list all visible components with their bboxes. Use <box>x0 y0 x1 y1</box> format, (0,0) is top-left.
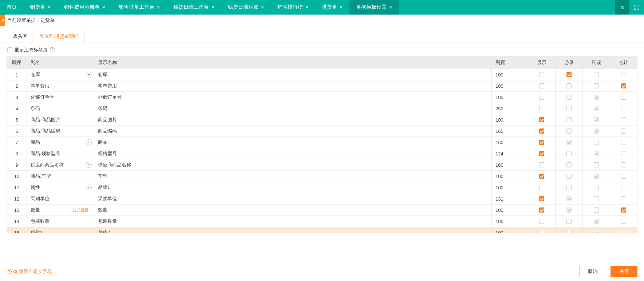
cell-display[interactable]: 外部订单号 <box>94 92 492 103</box>
table-row[interactable]: 9供应商商品名称+供应商商品名称160 <box>7 159 637 171</box>
cell-width[interactable]: 131 <box>492 193 528 204</box>
top-tab-6[interactable]: 销售排行榜✕ <box>271 0 315 15</box>
checkbox[interactable] <box>621 162 626 167</box>
top-tab-7[interactable]: 进货单✕ <box>315 0 349 15</box>
cell-width[interactable]: 100 <box>492 171 528 182</box>
cell-width[interactable]: 124 <box>492 148 528 159</box>
cell-display[interactable]: 品牌1 <box>94 182 492 193</box>
close-icon[interactable]: ✕ <box>102 5 106 10</box>
checkbox[interactable] <box>566 185 572 190</box>
checkbox[interactable] <box>594 72 599 77</box>
checkbox[interactable] <box>566 83 572 88</box>
cell-display[interactable]: 车型 <box>94 171 492 182</box>
close-icon[interactable]: ✕ <box>157 5 160 10</box>
plus-icon[interactable]: + <box>86 139 92 145</box>
checkbox[interactable] <box>539 83 544 88</box>
table-row[interactable]: 3外部订单号外部订单号100 <box>7 92 637 103</box>
checkbox[interactable] <box>594 162 599 167</box>
top-tab-8[interactable]: 单据模板设置✕ <box>349 0 399 15</box>
sub-tab-0[interactable]: 表头区 <box>7 30 33 43</box>
checkbox[interactable] <box>539 207 544 213</box>
checkbox[interactable] <box>621 106 626 111</box>
checkbox[interactable] <box>539 162 544 167</box>
checkbox[interactable] <box>539 95 544 100</box>
checkbox[interactable] <box>621 151 626 156</box>
table-row[interactable]: 8商品.规格型号规格型号124 <box>7 148 637 159</box>
close-icon[interactable]: ✕ <box>211 5 215 10</box>
top-tab-4[interactable]: 钱货日清工作台✕ <box>167 0 221 15</box>
cell-display[interactable]: 单位2 <box>94 227 492 233</box>
cell-display[interactable]: 本单费用 <box>94 80 492 91</box>
checkbox[interactable] <box>621 128 626 134</box>
checkbox[interactable] <box>594 83 599 88</box>
cell-width[interactable]: 100 <box>492 114 528 125</box>
table-row[interactable]: 6商品.商品编码商品编码165 <box>7 126 637 137</box>
cell-display[interactable]: 商品编码 <box>94 126 492 136</box>
plus-icon[interactable]: + <box>86 185 92 190</box>
top-tab-1[interactable]: 销货单✕ <box>23 0 58 15</box>
top-tab-3[interactable]: 销售订单工作台✕ <box>112 0 167 15</box>
cell-width[interactable]: 160 <box>492 159 528 170</box>
show-summary-checkbox[interactable] <box>7 47 12 52</box>
table-row[interactable]: 13数量公式设置数量100 <box>7 205 637 216</box>
checkbox[interactable] <box>566 106 572 111</box>
checkbox[interactable] <box>539 196 544 201</box>
checkbox[interactable] <box>621 95 626 100</box>
checkbox[interactable] <box>539 140 544 145</box>
checkbox[interactable] <box>621 83 626 88</box>
cell-display[interactable]: 采购单位 <box>94 193 492 204</box>
checkbox[interactable] <box>594 196 599 201</box>
close-icon[interactable]: ✕ <box>305 5 309 10</box>
checkbox[interactable] <box>621 196 626 201</box>
cell-display[interactable]: 供应商商品名称 <box>94 159 492 170</box>
table-row[interactable]: 12采购单位采购单位131 <box>7 193 637 205</box>
top-tab-0[interactable]: 首页 <box>0 0 23 15</box>
cell-width[interactable]: 100 <box>492 205 528 215</box>
table-row[interactable]: 15单位2单位2100 <box>7 227 637 233</box>
cell-display[interactable]: 商品图片 <box>94 114 492 125</box>
expand-handle-icon[interactable] <box>0 15 5 26</box>
sub-tab-1[interactable]: 表体区-进货单明细 <box>33 30 85 43</box>
close-icon[interactable]: ✕ <box>47 5 51 10</box>
cell-display[interactable]: 数量 <box>94 205 492 215</box>
cell-display[interactable]: 包装数量 <box>94 216 492 227</box>
checkbox[interactable] <box>594 185 599 190</box>
cell-display[interactable]: 仓库 <box>94 69 492 80</box>
top-tab-5[interactable]: 钱货日清对账✕ <box>221 0 271 15</box>
plus-icon[interactable]: + <box>86 162 92 168</box>
fullscreen-icon[interactable] <box>629 0 644 15</box>
table-body[interactable]: 1仓库+仓库1002本单费用本单费用1003外部订单号外部订单号1004条码条码… <box>7 69 637 233</box>
checkbox[interactable] <box>621 174 626 179</box>
checkbox[interactable] <box>566 151 572 156</box>
plus-icon[interactable]: + <box>86 72 92 78</box>
checkbox[interactable] <box>594 140 599 145</box>
table-row[interactable]: 7商品+商品160 <box>7 137 637 148</box>
checkbox[interactable] <box>621 219 626 224</box>
checkbox[interactable] <box>621 72 626 77</box>
checkbox[interactable] <box>539 174 544 179</box>
formula-tag[interactable]: 公式设置 <box>71 207 90 213</box>
checkbox[interactable] <box>539 151 544 156</box>
cell-width[interactable]: 100 <box>492 69 528 80</box>
cell-display[interactable]: 规格型号 <box>94 148 492 159</box>
table-row[interactable]: 10商品.车型车型100 <box>7 171 637 182</box>
table-row[interactable]: 2本单费用本单费用100 <box>7 80 637 92</box>
checkbox[interactable] <box>539 128 544 134</box>
cell-width[interactable]: 100 <box>492 227 528 233</box>
cell-width[interactable]: 100 <box>492 182 528 193</box>
checkbox[interactable] <box>566 95 572 100</box>
checkbox[interactable] <box>539 185 544 190</box>
cell-width[interactable]: 100 <box>492 216 528 227</box>
top-tab-2[interactable]: 销售费用分摊单✕ <box>58 0 112 15</box>
checkbox[interactable] <box>621 185 626 190</box>
table-row[interactable]: 14包装数量包装数量100 <box>7 216 637 227</box>
checkbox[interactable] <box>566 72 572 77</box>
checkbox[interactable] <box>621 140 626 145</box>
help-icon[interactable]: ? <box>50 47 55 52</box>
checkbox[interactable] <box>539 219 544 224</box>
checkbox[interactable] <box>566 128 572 134</box>
close-icon[interactable]: ✕ <box>389 5 392 10</box>
cell-width[interactable]: 160 <box>492 137 528 148</box>
checkbox[interactable] <box>566 174 572 179</box>
checkbox[interactable] <box>539 106 544 111</box>
